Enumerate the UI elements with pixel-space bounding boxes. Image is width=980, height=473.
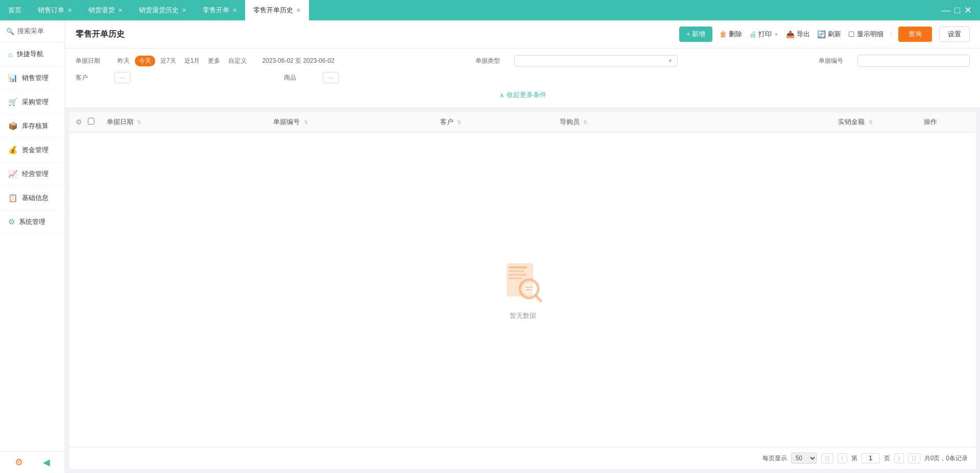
empty-icon: [497, 259, 548, 305]
tab-sales-return[interactable]: 销货退货 ✕: [80, 0, 131, 20]
customer-select-button[interactable]: ···: [114, 72, 131, 83]
bill-type-label: 单据类型: [475, 57, 504, 65]
filter-area: 单据日期 昨天 今天 近7天 近1月 更多 自定义 2023-06-02 至 2…: [65, 48, 980, 108]
tab-close-sales-return[interactable]: ✕: [118, 7, 123, 14]
page-suffix: 页: [884, 454, 890, 463]
window-close-icon[interactable]: ✕: [964, 5, 972, 16]
export-button[interactable]: 📤 导出: [786, 30, 810, 39]
column-action: 操作: [885, 112, 976, 132]
bill-no-input[interactable]: [857, 55, 970, 67]
sidebar-item-finance[interactable]: 💰 资金管理: [0, 138, 65, 162]
purchase-icon: 🛒: [8, 97, 18, 107]
last-page-button[interactable]: ⟩⟩: [908, 453, 920, 463]
home-icon: ⌂: [8, 50, 13, 59]
date-label: 单据日期: [76, 57, 104, 65]
settings-gear-icon[interactable]: ⚙: [76, 118, 82, 126]
minimize-icon[interactable]: —: [941, 5, 950, 16]
sidebar-item-system[interactable]: ⚙ 系统管理: [0, 210, 65, 234]
date-btn-7days[interactable]: 近7天: [157, 56, 179, 66]
tab-close-sales-return-history[interactable]: ✕: [182, 7, 186, 14]
sort-date-icon[interactable]: ⇅: [137, 119, 141, 125]
add-button[interactable]: + 新增: [679, 27, 712, 42]
goods-label: 商品: [284, 73, 313, 82]
sidebar-item-inventory[interactable]: 📦 库存核算: [0, 114, 65, 138]
date-range: 2023-06-02 至 2023-06-02: [262, 57, 334, 65]
empty-text: 暂无数据: [510, 311, 536, 320]
print-button[interactable]: 🖨 打印 ▼: [749, 30, 779, 39]
svg-line-7: [536, 295, 541, 301]
top-bar: 首页 销售订单 ✕ 销货退货 ✕ 销货退货历史 ✕ 零售开单 ✕ 零售开单历史 …: [0, 0, 980, 20]
date-btn-yesterday[interactable]: 昨天: [114, 56, 133, 66]
page-label: 第: [851, 454, 857, 463]
sort-guide-icon[interactable]: ⇅: [583, 119, 587, 125]
management-icon: 📈: [8, 169, 18, 179]
date-btn-custom[interactable]: 自定义: [225, 56, 250, 66]
first-page-button[interactable]: ⟨⟨: [821, 453, 833, 463]
sort-amount-icon[interactable]: ⇅: [869, 119, 873, 125]
sidebar-item-sales[interactable]: 📊 销售管理: [0, 66, 65, 90]
tab-retail-open-history[interactable]: 零售开单历史 ✕: [245, 0, 309, 20]
column-amount: 实销金额 ⇅: [697, 112, 885, 132]
settings-button[interactable]: 设置: [939, 27, 970, 42]
display-button[interactable]: ☐ 显示明细: [848, 30, 883, 39]
customer-label: 客户: [76, 73, 104, 82]
tab-bar: 首页 销售订单 ✕ 销货退货 ✕ 销货退货历史 ✕ 零售开单 ✕ 零售开单历史 …: [0, 0, 933, 20]
chevron-down-icon: ▼: [667, 58, 673, 64]
date-btn-1month[interactable]: 近1月: [181, 56, 203, 66]
search-icon: 🔍: [6, 28, 14, 35]
tab-close-retail-open-history[interactable]: ✕: [296, 7, 301, 14]
sidebar-item-basic[interactable]: 📋 基础信息: [0, 186, 65, 210]
select-all-checkbox[interactable]: [88, 118, 94, 125]
content-area: 零售开单历史 + 新增 🗑 删除 🖨 打印 ▼ 📤 导出: [65, 20, 980, 473]
sidebar-item-management[interactable]: 📈 经营管理: [0, 162, 65, 186]
prev-page-button[interactable]: ⟨: [838, 453, 847, 463]
tab-sales-order[interactable]: 销售订单 ✕: [30, 0, 80, 20]
basic-icon: 📋: [8, 193, 18, 203]
per-page-select[interactable]: 50 100: [791, 453, 817, 464]
delete-button[interactable]: 🗑 删除: [720, 30, 742, 39]
sidebar-settings-icon[interactable]: ⚙: [15, 457, 23, 468]
maximize-icon[interactable]: □: [954, 5, 960, 16]
date-btn-today[interactable]: 今天: [135, 56, 155, 66]
query-button[interactable]: 查询: [898, 27, 932, 42]
date-btn-more[interactable]: 更多: [205, 56, 223, 66]
per-page-label: 每页显示: [762, 454, 787, 463]
bill-type-select[interactable]: ▼: [514, 55, 678, 66]
refresh-button[interactable]: 🔄 刷新: [817, 30, 841, 39]
delete-icon: 🗑: [720, 30, 727, 38]
collapse-button[interactable]: ∧ 收起更多条件: [76, 88, 970, 102]
total-label: 共0页，0条记录: [924, 454, 968, 463]
svg-rect-2: [509, 270, 524, 272]
sidebar-item-quicknav[interactable]: ⌂ 快捷导航: [0, 42, 65, 66]
bill-no-label: 单据编号: [819, 57, 847, 65]
goods-select-button[interactable]: ···: [323, 72, 339, 83]
sidebar-search[interactable]: 🔍 搜索采单: [0, 20, 65, 42]
sidebar: 🔍 搜索采单 ⌂ 快捷导航 📊 销售管理 🛒 采购管理 📦 库存核算 💰 资金管…: [0, 20, 65, 473]
next-page-button[interactable]: ⟩: [894, 453, 904, 463]
system-icon: ⚙: [8, 217, 15, 227]
tab-home[interactable]: 首页: [0, 0, 30, 20]
column-customer: 客户 ⇅: [434, 112, 554, 132]
collapse-icon: ∧: [499, 91, 505, 99]
tab-close-retail-open[interactable]: ✕: [232, 7, 237, 14]
page-input[interactable]: [862, 453, 880, 463]
sidebar-item-purchase[interactable]: 🛒 采购管理: [0, 90, 65, 114]
header-actions: + 新增 🗑 删除 🖨 打印 ▼ 📤 导出 🔄 刷新: [679, 27, 970, 42]
page-header: 零售开单历史 + 新增 🗑 删除 🖨 打印 ▼ 📤 导出: [65, 20, 980, 48]
sort-customer-icon[interactable]: ⇅: [457, 119, 461, 125]
export-icon: 📤: [786, 30, 795, 38]
tab-retail-open[interactable]: 零售开单 ✕: [195, 0, 245, 20]
header-divider: [891, 31, 891, 38]
tab-sales-return-history[interactable]: 销货退货历史 ✕: [131, 0, 195, 20]
column-date: 单据日期 ⇅: [101, 112, 267, 132]
svg-rect-3: [509, 274, 526, 276]
print-icon: 🖨: [749, 30, 756, 38]
filter-row-1: 单据日期 昨天 今天 近7天 近1月 更多 自定义 2023-06-02 至 2…: [76, 55, 970, 67]
sidebar-collapse-icon[interactable]: ◀: [43, 457, 50, 468]
sort-billno-icon[interactable]: ⇅: [304, 119, 308, 125]
filter-row-2: 客户 ··· 商品 ···: [76, 72, 970, 83]
column-guide: 导购员 ⇅: [554, 112, 697, 132]
tab-close-sales-order[interactable]: ✕: [67, 7, 72, 14]
sidebar-bottom: ⚙ ◀: [0, 451, 65, 473]
page-title: 零售开单历史: [76, 29, 125, 40]
